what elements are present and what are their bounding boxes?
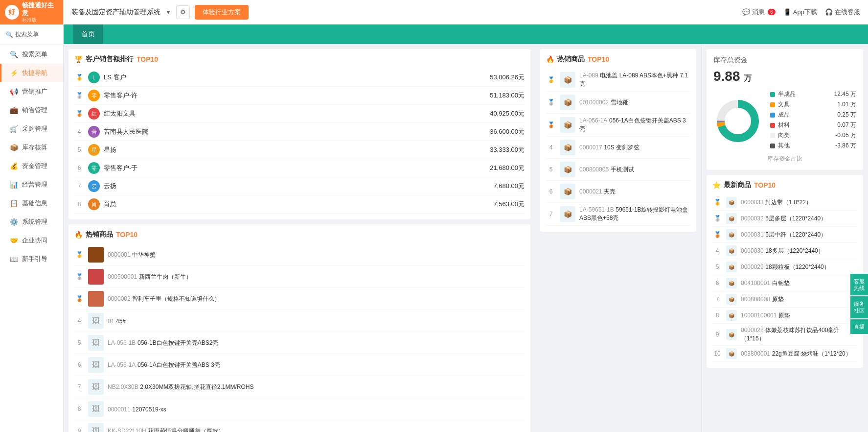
product-code: 0000002 [108, 295, 131, 302]
new-product-info: 000800008 原垫 [741, 295, 857, 304]
system-title: 装备及固定资产辅助管理系统 [71, 8, 160, 17]
new-product-item: 🥉 📦 0000031 5层中纤（1220*2440） [712, 227, 857, 243]
new-product-item: 🥈 📦 0000032 5层多层（1220*2440） [712, 211, 857, 227]
rank-name: 红太阳文具 [104, 109, 486, 118]
star-icon: ⭐ [712, 181, 721, 189]
inventory-label: 库存资金占比 [713, 155, 856, 163]
product-info-mid: 001000002 雪地靴 [579, 98, 690, 107]
product-thumbnail-mid: 📦 [560, 117, 575, 133]
sidebar-item-inventory[interactable]: 📦库存核算 [0, 138, 63, 157]
tab-home[interactable]: 首页 [73, 24, 103, 44]
new-product-name: 22g鱼豆腐·烧烤味（1*12*20） [772, 350, 851, 357]
product-code: 0000001 [108, 251, 131, 258]
sidebar-item-guide[interactable]: 📖新手引导 [0, 250, 63, 268]
sidebar-item-marketing[interactable]: 📢营销推广 [0, 82, 63, 101]
legend-value: 0.07 万 [837, 121, 856, 129]
rank-amount: 40,925.00元 [490, 109, 525, 118]
system-dropdown[interactable]: ▼ [165, 9, 171, 16]
product-thumbnail-mid: 📦 [560, 72, 575, 88]
legend-value: -0.05 万 [835, 131, 856, 140]
inventory-card: 库存总资金 9.88 万 [707, 49, 863, 170]
product-info-mid: 0000021 夹壳 [579, 188, 690, 196]
new-product-name: 5层多层（1220*2440） [765, 215, 826, 222]
sidebar-item-cooperation[interactable]: 🤝企业协同 [0, 231, 63, 250]
product-info: 0000001 中华神蟹 [108, 251, 525, 259]
product-rank-mid: 🥉 [546, 121, 556, 128]
product-info-mid: LA-089 电池盖 LA-089 ABS本色+黑种 7.1克 [579, 72, 690, 88]
new-product-rank: 9 [712, 331, 722, 338]
new-product-rank: 🥉 [712, 231, 722, 238]
float-button-2[interactable]: 直播 [850, 319, 868, 334]
rank-avatar: 零 [88, 162, 100, 174]
product-code: NB2.0X30B [108, 384, 138, 390]
product-thumbnail [88, 269, 104, 285]
product-thumbnail-placeholder: 🖼 [88, 357, 104, 373]
float-button-0[interactable]: 客服 热线 [850, 274, 868, 296]
rank-avatar: 苦 [88, 126, 100, 138]
rank-amount: 51,183.00元 [490, 91, 525, 100]
inventory-legend: 半成品 12.45 万 文具 1.01 万 成品 0.25 万 材料 0.07 … [770, 90, 856, 152]
online-service-button[interactable]: 🎧 在线客服 [825, 8, 860, 17]
product-name-mid: 10S 变刹罗弦 [604, 144, 640, 151]
product-name: 056-1B白色按键开关壳ABS2壳 [137, 339, 218, 346]
legend-label: 半成品 [778, 90, 831, 98]
legend-item: 其他 -3.86 万 [770, 142, 856, 150]
sidebar-item-search[interactable]: 🔍搜索菜单 [0, 45, 63, 64]
rank-avatar: L [88, 72, 100, 83]
float-button-1[interactable]: 服务 社区 [850, 296, 868, 318]
new-products-list: 🥇 📦 0000033 封边带（1.0*22） 🥈 📦 0000032 5层多层… [712, 194, 857, 362]
new-product-thumb: 📦 [726, 310, 737, 321]
new-product-thumb: 📦 [726, 229, 737, 240]
hot-product-item: 7 🖼 NB2.0X30B 2.0X30MM双搓花轴,搓花直径2.1MM/ROH… [74, 376, 525, 398]
product-code: 0000011 [108, 406, 131, 413]
product-rank-mid: 6 [546, 188, 556, 195]
sidebar-item-purchase[interactable]: 🛒采购管理 [0, 120, 63, 138]
sidebar-item-basic[interactable]: 📋基础信息 [0, 194, 63, 213]
customer-ranking-badge: TOP10 [137, 55, 158, 63]
rank-name: 星扬 [104, 145, 486, 154]
product-name-mid: 手机测试 [611, 166, 634, 173]
product-rank-mid: 7 [546, 211, 556, 217]
trial-button[interactable]: 体验行业方案 [195, 5, 249, 20]
sidebar-item-operation[interactable]: 📊经营管理 [0, 175, 63, 194]
message-button[interactable]: 💬 消息 6 [742, 8, 776, 17]
product-info-mid: LA-056-1A 056-1A白色按键开关盖ABS 3壳 [579, 117, 690, 133]
new-product-info: 0000029 18颗粒板（1220*2440） [741, 263, 857, 271]
product-name: 056-1A白色按键开关盖ABS 3壳 [137, 361, 220, 368]
legend-dot [770, 92, 775, 97]
message-icon: 💬 [742, 8, 750, 16]
sidebar-nav: 🔍搜索菜单⚡快捷导航📢营销推广💼销售管理🛒采购管理📦库存核算💰资金管理📊经营管理… [0, 45, 63, 268]
search-menu-button[interactable]: 🔍 搜索菜单 [4, 28, 59, 41]
legend-dot [770, 123, 775, 128]
nav-icon-sales: 💼 [9, 106, 18, 114]
sidebar-item-system[interactable]: ⚙️系统管理 [0, 213, 63, 231]
new-product-code: 0000033 [741, 199, 764, 206]
customer-rank-item: 6 零 零售客户-于 21,680.00元 [74, 159, 525, 177]
hot-product-item: 8 🖼 0000011 12070519-xs [74, 398, 525, 420]
new-product-name: 白钢垫 [772, 280, 790, 287]
product-name: 12070519-xs [132, 406, 166, 413]
new-product-item: 8 📦 10000100001 原垫 [712, 308, 857, 324]
hot-product-middle-item: 7 📦 LA-59651-1B 59651-1B旋转投影灯电池盒ABS黑色+58… [546, 203, 690, 226]
customer-rank-item: 4 苦 苦南县人民医院 36,600.00元 [74, 123, 525, 141]
customer-rank-item: 5 星 星扬 33,333.00元 [74, 141, 525, 159]
sidebar-item-finance[interactable]: 💰资金管理 [0, 157, 63, 175]
product-rank-mid: 🥈 [546, 99, 556, 106]
hot-product-item: 4 🖼 01 45# [74, 310, 525, 332]
fire-icon: 🔥 [74, 231, 83, 239]
sidebar-item-quick-nav[interactable]: ⚡快捷导航 [0, 64, 63, 82]
new-product-code: 003800001 [741, 350, 770, 357]
product-thumbnail-mid: 📦 [560, 140, 575, 155]
app-download-button[interactable]: 📱 App下载 [783, 8, 817, 17]
new-product-info: 003800001 22g鱼豆腐·烧烤味（1*12*20） [741, 350, 857, 358]
customer-ranking-card: 🏆 客户销售额排行 TOP10 🥇 L LS 客户 53,006.26元 🥈 零… [69, 49, 530, 219]
sidebar-item-sales[interactable]: 💼销售管理 [0, 101, 63, 120]
hot-product-middle-item: 5 📦 000800005 手机测试 [546, 159, 690, 181]
product-thumbnail-mid: 📦 [560, 95, 575, 110]
product-name-mid: 夹壳 [604, 188, 616, 195]
hot-product-middle-item: 6 📦 0000021 夹壳 [546, 181, 690, 203]
hot-products-middle-card: 🔥 热销商品 TOP10 🥇 📦 LA-089 电池盖 LA-089 ABS本色… [540, 49, 696, 232]
product-info: 0000002 智利车子里（规格不知道填什么） [108, 295, 525, 303]
settings-button[interactable]: ⚙ [176, 5, 190, 19]
nav-icon-purchase: 🛒 [9, 125, 18, 133]
